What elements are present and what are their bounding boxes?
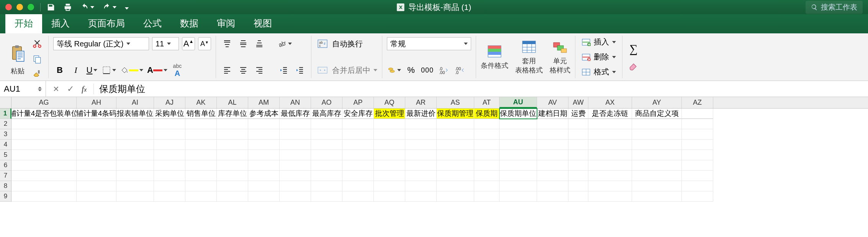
search-sheets[interactable]: 搜索工作表	[806, 1, 863, 14]
cell-AK4[interactable]	[185, 140, 217, 150]
cell-AM2[interactable]	[248, 119, 280, 129]
cell-AI1[interactable]: 报表辅单位	[116, 109, 154, 119]
cell-AV1[interactable]: 建档日期	[537, 109, 568, 119]
clear-button[interactable]	[627, 59, 640, 72]
cell-AQ6[interactable]	[374, 160, 405, 171]
cell-AR3[interactable]	[405, 129, 437, 140]
cell-AI2[interactable]	[116, 119, 154, 129]
cell-AH7[interactable]	[77, 171, 116, 181]
cell-AX6[interactable]	[588, 160, 632, 171]
cell-AG4[interactable]	[11, 140, 77, 150]
cell-AZ8[interactable]	[682, 181, 713, 191]
cell-AV3[interactable]	[537, 129, 568, 140]
name-box[interactable]: AU1	[0, 81, 46, 97]
cell-AY2[interactable]	[632, 119, 682, 129]
cell-AH1[interactable]: 辅计量4条码	[77, 109, 116, 119]
cell-AJ2[interactable]	[154, 119, 185, 129]
col-header-AK[interactable]: AK	[185, 97, 217, 108]
cell-AV4[interactable]	[537, 140, 568, 150]
cell-AL9[interactable]	[217, 191, 248, 202]
row-header-5[interactable]: 5	[0, 150, 11, 160]
col-header-AT[interactable]: AT	[474, 97, 500, 108]
cell-AQ4[interactable]	[374, 140, 405, 150]
merge-center-button[interactable]	[316, 64, 329, 77]
cell-AT8[interactable]	[474, 181, 500, 191]
col-header-AZ[interactable]: AZ	[682, 97, 713, 108]
cell-AT2[interactable]	[474, 119, 500, 129]
cell-AO9[interactable]	[311, 191, 342, 202]
cell-AP3[interactable]	[342, 129, 374, 140]
cell-AT5[interactable]	[474, 150, 500, 160]
decrease-font-button[interactable]: A▼	[198, 37, 211, 50]
col-header-AL[interactable]: AL	[217, 97, 248, 108]
cell-AY3[interactable]	[632, 129, 682, 140]
cell-AM5[interactable]	[248, 150, 280, 160]
cell-AQ3[interactable]	[374, 129, 405, 140]
cell-AW2[interactable]	[568, 119, 588, 129]
cell-AU3[interactable]	[500, 129, 537, 140]
undo-icon[interactable]	[80, 3, 94, 12]
cell-AZ4[interactable]	[682, 140, 713, 150]
cell-AJ4[interactable]	[154, 140, 185, 150]
cell-AP8[interactable]	[342, 181, 374, 191]
col-header-AQ[interactable]: AQ	[374, 97, 405, 108]
align-middle-button[interactable]	[237, 37, 250, 50]
cell-AW6[interactable]	[568, 160, 588, 171]
decrease-decimal-button[interactable]: .00.0	[453, 64, 466, 77]
orientation-button[interactable]: ab	[277, 37, 292, 50]
col-header-AX[interactable]: AX	[588, 97, 632, 108]
cell-AS5[interactable]	[437, 150, 474, 160]
col-header-AM[interactable]: AM	[248, 97, 280, 108]
col-header-AI[interactable]: AI	[116, 97, 154, 108]
cell-AX1[interactable]: 是否走冻链	[588, 109, 632, 119]
align-left-button[interactable]	[221, 64, 234, 77]
tab-page-layout[interactable]: 页面布局	[79, 13, 134, 33]
cell-AL2[interactable]	[217, 119, 248, 129]
cell-AU1[interactable]: 保质期单位	[500, 109, 537, 119]
cell-AX3[interactable]	[588, 129, 632, 140]
increase-font-button[interactable]: A▲	[182, 37, 195, 50]
row-header-2[interactable]: 2	[0, 119, 11, 129]
tab-home[interactable]: 开始	[5, 13, 42, 33]
cell-AR8[interactable]	[405, 181, 437, 191]
cell-AJ7[interactable]	[154, 171, 185, 181]
cell-AY7[interactable]	[632, 171, 682, 181]
cell-AR5[interactable]	[405, 150, 437, 160]
accept-formula-button[interactable]: ✓	[67, 84, 74, 94]
cell-AW5[interactable]	[568, 150, 588, 160]
cell-AI8[interactable]	[116, 181, 154, 191]
cell-AM6[interactable]	[248, 160, 280, 171]
cell-AI3[interactable]	[116, 129, 154, 140]
cell-AH2[interactable]	[77, 119, 116, 129]
cell-AN9[interactable]	[280, 191, 311, 202]
cell-AZ9[interactable]	[682, 191, 713, 202]
row-header-3[interactable]: 3	[0, 129, 11, 140]
row-header-4[interactable]: 4	[0, 140, 11, 150]
cancel-formula-button[interactable]: ✕	[53, 84, 59, 94]
cell-AW8[interactable]	[568, 181, 588, 191]
bold-button[interactable]: B	[53, 64, 66, 77]
cell-AO5[interactable]	[311, 150, 342, 160]
cut-button[interactable]	[31, 37, 44, 50]
comma-button[interactable]: 000	[421, 64, 434, 77]
cell-AZ6[interactable]	[682, 160, 713, 171]
cell-AQ9[interactable]	[374, 191, 405, 202]
font-color-button[interactable]: A	[147, 64, 168, 77]
insert-cells-button[interactable]: 插入	[580, 36, 617, 48]
cell-AI7[interactable]	[116, 171, 154, 181]
cell-AN4[interactable]	[280, 140, 311, 150]
cell-AG9[interactable]	[11, 191, 77, 202]
cell-AP4[interactable]	[342, 140, 374, 150]
cell-AV2[interactable]	[537, 119, 568, 129]
cell-AM1[interactable]: 参考成本	[248, 109, 280, 119]
cell-AS4[interactable]	[437, 140, 474, 150]
cell-AJ9[interactable]	[154, 191, 185, 202]
cell-AS7[interactable]	[437, 171, 474, 181]
cell-AW7[interactable]	[568, 171, 588, 181]
cell-AK1[interactable]: 销售单位	[185, 109, 217, 119]
cell-AY4[interactable]	[632, 140, 682, 150]
cell-AM8[interactable]	[248, 181, 280, 191]
cell-AQ2[interactable]	[374, 119, 405, 129]
row-header-9[interactable]: 9	[0, 191, 11, 202]
cell-AN3[interactable]	[280, 129, 311, 140]
